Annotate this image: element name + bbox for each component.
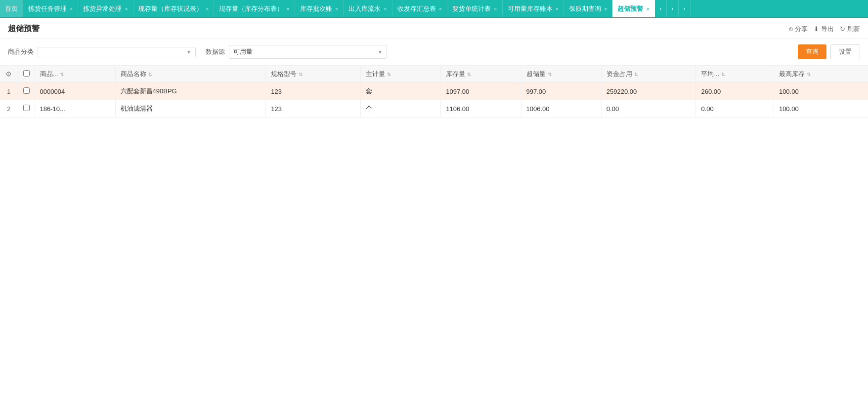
query-button[interactable]: 查询 bbox=[798, 44, 826, 59]
cell-unit: 个 bbox=[360, 100, 440, 118]
cell-overstock: 1006.00 bbox=[521, 100, 601, 118]
cell-overstock: 997.00 bbox=[521, 83, 601, 100]
th-checkbox bbox=[18, 66, 35, 83]
settings-icon[interactable]: ⚙ bbox=[5, 70, 12, 78]
refresh-icon: ↻ bbox=[840, 25, 845, 33]
cell-product-name: 六配套新昌490BPG bbox=[115, 83, 266, 100]
th-spec[interactable]: 规格型号 ⇅ bbox=[266, 66, 361, 83]
datasource-select[interactable]: 可用量 ▼ bbox=[229, 45, 387, 59]
th-product-code[interactable]: 商品... ⇅ bbox=[35, 66, 115, 83]
close-icon[interactable]: × bbox=[556, 6, 559, 12]
nav-summary[interactable]: 收发存汇总表 × bbox=[392, 0, 447, 17]
datasource-label: 数据源 bbox=[206, 47, 225, 56]
nav-demand-stat[interactable]: 要货单统计表 × bbox=[447, 0, 502, 17]
row-checkbox-cell[interactable] bbox=[18, 100, 35, 118]
th-avg[interactable]: 平均... ⇅ bbox=[696, 66, 774, 83]
nav-inventory-status[interactable]: 现存量（库存状况表） × bbox=[133, 0, 214, 17]
chevron-down-icon: ▼ bbox=[186, 49, 191, 55]
nav-more-arrow[interactable]: › bbox=[679, 0, 691, 17]
cell-spec: 123 bbox=[266, 83, 361, 100]
th-stock[interactable]: 库存量 ⇅ bbox=[441, 66, 521, 83]
nav-batch-account[interactable]: 库存批次账 × bbox=[295, 0, 344, 17]
cell-product-code: 0000004 bbox=[35, 83, 115, 100]
sort-icon: ⇅ bbox=[634, 72, 638, 77]
th-unit[interactable]: 主计量 ⇅ bbox=[360, 66, 440, 83]
cell-stock: 1097.00 bbox=[441, 83, 521, 100]
cell-product-code: 186-10... bbox=[35, 100, 115, 118]
sort-icon: ⇅ bbox=[299, 72, 303, 77]
close-icon[interactable]: × bbox=[384, 6, 387, 12]
share-button[interactable]: ⎋ 分享 bbox=[789, 25, 808, 34]
table-wrap: ⚙ 商品... ⇅ 商品名称 ⇅ bbox=[0, 66, 868, 118]
th-settings: ⚙ bbox=[0, 66, 18, 83]
nav-overstock-warning[interactable]: 超储预警 × bbox=[612, 0, 654, 17]
th-max-stock[interactable]: 最高库存 ⇅ bbox=[774, 66, 868, 83]
nav-next-arrow[interactable]: › bbox=[667, 0, 679, 17]
nav-home[interactable]: 首页 bbox=[0, 0, 23, 17]
row-checkbox[interactable] bbox=[23, 105, 30, 111]
close-icon[interactable]: × bbox=[125, 6, 128, 12]
close-icon[interactable]: × bbox=[646, 6, 649, 12]
row-checkbox[interactable] bbox=[23, 87, 30, 94]
sort-icon: ⇅ bbox=[548, 72, 552, 77]
sort-icon: ⇅ bbox=[467, 72, 471, 77]
sort-icon: ⇅ bbox=[387, 72, 391, 77]
nav-pick-task[interactable]: 拣货任务管理 × bbox=[23, 0, 78, 17]
page-title: 超储预警 bbox=[8, 24, 40, 34]
sort-icon: ⇅ bbox=[721, 72, 725, 77]
row-number: 2 bbox=[0, 100, 18, 118]
export-icon: ⬇ bbox=[814, 25, 819, 33]
category-filter-group: 商品分类 ▼ bbox=[8, 47, 196, 57]
sort-icon: ⇅ bbox=[807, 72, 811, 77]
nav-quality-query[interactable]: 保质期查询 × bbox=[564, 0, 612, 17]
sort-icon: ⇅ bbox=[148, 72, 152, 77]
th-capital[interactable]: 资金占用 ⇅ bbox=[601, 66, 696, 83]
th-product-name[interactable]: 商品名称 ⇅ bbox=[115, 66, 266, 83]
datasource-select-value: 可用量 bbox=[233, 47, 253, 56]
filter-actions: 查询 设置 bbox=[798, 44, 860, 59]
close-icon[interactable]: × bbox=[206, 6, 209, 12]
th-overstock[interactable]: 超储量 ⇅ bbox=[521, 66, 601, 83]
chevron-down-icon: ▼ bbox=[378, 49, 383, 55]
nav-bar: 首页 拣货任务管理 × 拣货异常处理 × 现存量（库存状况表） × 现存量（库存… bbox=[0, 0, 868, 18]
cell-capital: 259220.00 bbox=[601, 83, 696, 100]
nav-usable-account[interactable]: 可用量库存账本 × bbox=[503, 0, 564, 17]
filter-area: 商品分类 ▼ 数据源 可用量 ▼ 查询 设置 bbox=[0, 39, 868, 66]
select-all-checkbox[interactable] bbox=[23, 70, 30, 77]
export-button[interactable]: ⬇ 导出 bbox=[814, 25, 834, 34]
cell-avg: 0.00 bbox=[696, 100, 774, 118]
share-icon: ⎋ bbox=[789, 25, 793, 33]
table-body: 1 0000004 六配套新昌490BPG 123 套 1097.00 997.… bbox=[0, 83, 868, 118]
row-number: 1 bbox=[0, 83, 18, 100]
close-icon[interactable]: × bbox=[335, 6, 338, 12]
cell-max-stock: 100.00 bbox=[774, 83, 868, 100]
page-header: 超储预警 ⎋ 分享 ⬇ 导出 ↻ 刷新 bbox=[0, 18, 868, 39]
datasource-filter-group: 数据源 可用量 ▼ bbox=[206, 45, 387, 59]
close-icon[interactable]: × bbox=[604, 6, 607, 12]
cell-product-name: 机油滤清器 bbox=[115, 100, 266, 118]
cell-spec: 123 bbox=[266, 100, 361, 118]
close-icon[interactable]: × bbox=[439, 6, 442, 12]
cell-avg: 260.00 bbox=[696, 83, 774, 100]
settings-button[interactable]: 设置 bbox=[830, 44, 860, 59]
cell-stock: 1106.00 bbox=[441, 100, 521, 118]
cell-unit: 套 bbox=[360, 83, 440, 100]
table-row: 1 0000004 六配套新昌490BPG 123 套 1097.00 997.… bbox=[0, 83, 868, 100]
cell-max-stock: 100.00 bbox=[774, 100, 868, 118]
category-select[interactable]: ▼ bbox=[38, 47, 196, 57]
page-content: 超储预警 ⎋ 分享 ⬇ 导出 ↻ 刷新 商品分类 ▼ 数据源 bbox=[0, 18, 868, 395]
category-label: 商品分类 bbox=[8, 47, 34, 56]
nav-prev-arrow[interactable]: ‹ bbox=[655, 0, 667, 17]
nav-inventory-dist[interactable]: 现存量（库存分布表） × bbox=[214, 0, 295, 17]
nav-inout-flow[interactable]: 出入库流水 × bbox=[344, 0, 392, 17]
nav-pick-exception[interactable]: 拣货异常处理 × bbox=[78, 0, 133, 17]
close-icon[interactable]: × bbox=[494, 6, 497, 12]
header-actions: ⎋ 分享 ⬇ 导出 ↻ 刷新 bbox=[789, 25, 860, 34]
table-header-row: ⚙ 商品... ⇅ 商品名称 ⇅ bbox=[0, 66, 868, 83]
row-checkbox-cell[interactable] bbox=[18, 83, 35, 100]
table-row: 2 186-10... 机油滤清器 123 个 1106.00 1006.00 … bbox=[0, 100, 868, 118]
refresh-button[interactable]: ↻ 刷新 bbox=[840, 25, 860, 34]
close-icon[interactable]: × bbox=[286, 6, 289, 12]
cell-capital: 0.00 bbox=[601, 100, 696, 118]
close-icon[interactable]: × bbox=[70, 6, 73, 12]
